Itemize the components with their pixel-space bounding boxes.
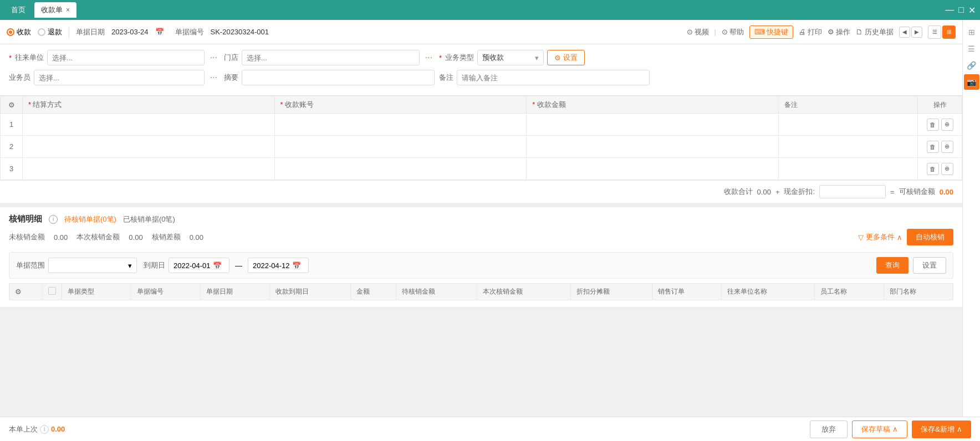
business-type-required: * — [439, 54, 442, 62]
layout-grid-btn[interactable]: ⊞ — [942, 25, 956, 39]
account-cell-2[interactable] — [274, 136, 527, 158]
sidebar-link-icon[interactable]: 🔗 — [964, 58, 979, 73]
sidebar-camera-icon[interactable]: 📷 — [964, 74, 979, 90]
shop-label: 门店 — [224, 53, 238, 63]
more-conditions-btn[interactable]: ▽ 更多条件 ∧ — [858, 232, 902, 242]
prev-arrow[interactable]: ◀ — [899, 27, 910, 38]
operate-btn[interactable]: ⚙ 操作 — [828, 27, 850, 37]
doc-number-header: 单据编号 — [131, 284, 200, 300]
tab-receipt[interactable]: 收款单 × — [34, 2, 76, 18]
minimize-icon[interactable]: — — [945, 5, 954, 16]
video-label: 视频 — [695, 27, 709, 37]
remark-input-field[interactable] — [462, 74, 645, 82]
shortcut-btn[interactable]: ⌨ 快捷键 — [749, 25, 793, 39]
filter-right: 查询 设置 — [876, 257, 946, 274]
partner-more-btn[interactable]: ··· — [208, 53, 220, 63]
summary-input[interactable] — [242, 70, 435, 85]
date-to-value: 2022-04-12 — [253, 261, 290, 270]
current-verify-value: 0.00 — [129, 233, 142, 242]
shop-more-btn[interactable]: ··· — [423, 53, 435, 63]
partner-input[interactable] — [47, 50, 205, 65]
help-btn[interactable]: ⊙ 帮助 — [722, 27, 744, 37]
maximize-icon[interactable]: □ — [958, 5, 964, 16]
remark-field: 备注 — [439, 70, 650, 85]
discount-label: 现金折扣: — [784, 187, 815, 197]
tab-close-icon[interactable]: × — [66, 6, 70, 14]
remark-cell-1[interactable] — [778, 114, 917, 136]
shop-input[interactable] — [242, 50, 420, 65]
query-btn[interactable]: 查询 — [876, 257, 908, 274]
remark-cell-3[interactable] — [778, 158, 917, 180]
sidebar-table-icon[interactable]: ⊞ — [964, 24, 979, 40]
date-from-calendar-icon[interactable]: 📅 — [213, 261, 222, 270]
discard-btn[interactable]: 放弃 — [810, 421, 848, 438]
date-separator: — — [233, 261, 244, 270]
footer-buttons: 放弃 保存草稿 ∧ 保存&新增 ∧ — [810, 421, 971, 438]
receipt-radio-dot — [7, 28, 14, 36]
settlement-cell-3[interactable] — [23, 158, 275, 180]
refund-radio-dot — [38, 28, 45, 36]
staff-more-btn[interactable]: ··· — [208, 73, 220, 83]
op-cell-2: 🗑 ⊕ — [918, 136, 962, 158]
save-new-btn[interactable]: 保存&新增 ∧ — [912, 421, 971, 438]
copy-row-3-btn[interactable]: ⊕ — [941, 163, 953, 175]
summary-input-field[interactable] — [247, 74, 430, 82]
staff-field: 业务员 ··· — [9, 70, 220, 85]
calendar-icon[interactable]: 📅 — [155, 28, 164, 36]
due-date-header: 收款到期日 — [269, 284, 351, 300]
layout-list-btn[interactable]: ☰ — [928, 25, 941, 39]
settings-btn[interactable]: ⚙ 设置 — [547, 50, 585, 65]
video-btn[interactable]: ⊙ 视频 — [687, 27, 709, 37]
amount-cell-1[interactable] — [527, 114, 779, 136]
date-to-input[interactable]: 2022-04-12 📅 — [248, 258, 309, 273]
filter-settings-btn[interactable]: 设置 — [913, 257, 946, 274]
partner-input-field[interactable] — [52, 54, 200, 62]
shop-input-field[interactable] — [247, 54, 415, 62]
staff-input-field[interactable] — [39, 74, 200, 82]
delete-row-3-btn[interactable]: 🗑 — [927, 163, 939, 175]
staff-input[interactable] — [34, 70, 205, 85]
date-from-input[interactable]: 2022-04-01 📅 — [169, 258, 229, 273]
select-all-checkbox[interactable] — [48, 287, 56, 295]
operate-icon: ⚙ — [828, 28, 834, 36]
discount-input[interactable] — [819, 185, 886, 198]
tab-home[interactable]: 首页 — [4, 2, 32, 18]
table-row: 1 🗑 ⊕ — [1, 114, 962, 136]
account-cell-3[interactable] — [274, 158, 527, 180]
copy-row-2-btn[interactable]: ⊕ — [941, 141, 953, 153]
next-arrow[interactable]: ▶ — [911, 27, 922, 38]
business-type-value: 预收款 — [482, 53, 504, 63]
pending-tab[interactable]: 待核销单据(0笔) — [64, 214, 116, 224]
settlement-cell-1[interactable] — [23, 114, 275, 136]
draft-btn[interactable]: 保存草稿 ∧ — [852, 421, 907, 438]
auto-verify-btn[interactable]: 自动核销 — [907, 229, 953, 245]
copy-row-1-btn[interactable]: ⊕ — [941, 119, 953, 131]
date-to-calendar-icon[interactable]: 📅 — [292, 261, 301, 270]
verify-info-icon[interactable]: i — [49, 215, 58, 224]
business-type-select[interactable]: 预收款 ▾ — [477, 50, 544, 65]
operate-label: 操作 — [836, 27, 850, 37]
remark-cell-2[interactable] — [778, 136, 917, 158]
delete-row-1-btn[interactable]: 🗑 — [927, 119, 939, 131]
amount-cell-3[interactable] — [527, 158, 779, 180]
table-gear-icon[interactable]: ⚙ — [8, 101, 15, 109]
done-tab[interactable]: 已核销单据(0笔) — [123, 214, 175, 224]
close-icon[interactable]: ✕ — [968, 5, 976, 16]
delete-row-2-btn[interactable]: 🗑 — [927, 141, 939, 153]
settlement-cell-2[interactable] — [23, 136, 275, 158]
verify-gear-icon[interactable]: ⚙ — [15, 288, 22, 296]
settings-label: 设置 — [563, 53, 578, 63]
refund-radio[interactable]: 退款 — [38, 27, 62, 37]
footer-info-icon[interactable]: i — [40, 425, 49, 434]
account-cell-1[interactable] — [274, 114, 527, 136]
amount-header-2: 金额 — [351, 284, 396, 300]
diff-value: 0.00 — [190, 233, 203, 242]
remark-input[interactable] — [457, 70, 650, 85]
amount-cell-2[interactable] — [527, 136, 779, 158]
range-select[interactable]: ▾ — [48, 258, 137, 273]
receipt-radio[interactable]: 收款 — [7, 27, 31, 37]
sidebar-list-icon[interactable]: ☰ — [964, 41, 979, 57]
history-btn[interactable]: 🗋 历史单据 — [856, 27, 894, 37]
table-row: 2 🗑 ⊕ — [1, 136, 962, 158]
print-btn[interactable]: 🖨 打印 — [799, 27, 822, 37]
